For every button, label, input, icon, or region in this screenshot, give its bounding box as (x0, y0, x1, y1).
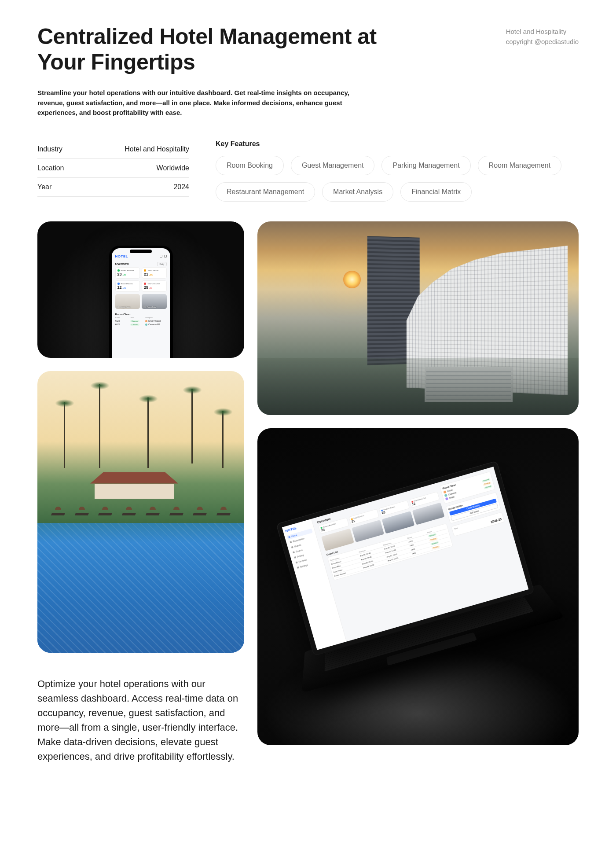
feature-pill: Market Analysis (322, 182, 393, 202)
app-logo: HOTEL (115, 254, 128, 258)
info-row-industry: Industry Hotel and Hospitality (37, 140, 189, 159)
features-title: Key Features (216, 140, 579, 148)
showcase-pool-image (37, 371, 244, 653)
info-row-location: Location Worldwide (37, 159, 189, 178)
search-icon (160, 255, 162, 257)
feature-pill: Room Booking (216, 156, 284, 175)
feature-pill: Financial Matrix (400, 182, 472, 202)
stat-card: Booked Rooms 12+2% (115, 280, 140, 292)
phone-device: HOTEL Overview Daily Rooms Available (109, 246, 173, 358)
showcase-hotel-image (257, 221, 579, 415)
key-features: Key Features Room Booking Guest Manageme… (216, 140, 579, 202)
info-label: Location (37, 164, 64, 172)
section-title: Room Clean (112, 311, 170, 316)
info-row-year: Year 2024 (37, 178, 189, 197)
info-value: Worldwide (157, 164, 189, 172)
project-info-table: Industry Hotel and Hospitality Location … (37, 140, 189, 197)
description-paragraph: Optimize your hotel operations with our … (37, 677, 244, 764)
meta-line-2: copyright @opediastudio (506, 37, 579, 47)
sun-icon (343, 271, 361, 288)
feature-pill: Guest Management (291, 156, 375, 175)
info-label: Industry (37, 145, 62, 153)
stat-card: Rooms Available 23+4% (115, 267, 140, 279)
intro-paragraph: Streamline your hotel operations with ou… (37, 88, 363, 118)
feature-pill: Restaurant Management (216, 182, 315, 202)
stat-card: Total Check Out 25-1% (142, 280, 167, 292)
showcase-phone-mockup: HOTEL Overview Daily Rooms Available (37, 221, 244, 358)
header-meta: Hotel and Hospitality copyright @opedias… (506, 27, 579, 47)
info-value: Hotel and Hospitality (125, 145, 189, 153)
feature-pill: Room Management (478, 156, 562, 175)
room-card: #18 · Single Room (115, 294, 140, 309)
period-selector: Daily (157, 262, 166, 266)
table-row: #A25 Cleaned Cameron Will (115, 324, 167, 326)
stat-card: Total Check In 21+3% (142, 267, 167, 279)
page-title: Centralized Hotel Management at Your Fin… (37, 24, 389, 75)
info-value: 2024 (173, 183, 189, 191)
room-card: #19 · Room Suite (142, 294, 167, 309)
info-label: Year (37, 183, 51, 191)
feature-pill: Parking Management (381, 156, 470, 175)
meta-line-1: Hotel and Hospitality (506, 27, 579, 37)
bell-icon (164, 255, 167, 257)
showcase-laptop-mockup: HOTEL Home Reservation Guests Rooms Pric… (257, 428, 579, 745)
table-row: #A23 Cleaned Kristin Watson (115, 320, 167, 322)
overview-title: Overview (115, 262, 129, 265)
